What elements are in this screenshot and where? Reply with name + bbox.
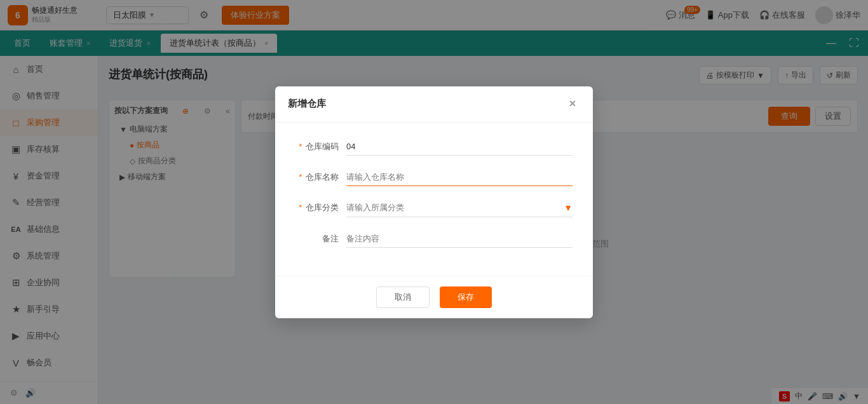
category-select[interactable]: ▼ [346, 199, 573, 217]
form-row-note: 备注 [295, 230, 573, 248]
note-label: 备注 [295, 233, 346, 245]
code-required-star: * [299, 142, 302, 151]
add-warehouse-modal: 新增仓库 × * 仓库编码 * 仓库名称 [275, 86, 593, 318]
name-input[interactable] [346, 168, 573, 186]
modal-header: 新增仓库 × [275, 86, 593, 123]
note-input[interactable] [346, 230, 573, 248]
name-required-star: * [299, 172, 302, 182]
name-label: * 仓库名称 [295, 172, 346, 183]
category-input[interactable] [346, 203, 564, 212]
form-row-code: * 仓库编码 [295, 138, 573, 156]
cancel-button[interactable]: 取消 [376, 286, 430, 308]
form-row-name: * 仓库名称 [295, 168, 573, 186]
category-arrow-icon: ▼ [564, 203, 573, 213]
modal-footer: 取消 保存 [275, 276, 593, 318]
code-input[interactable] [346, 138, 573, 156]
category-required-star: * [299, 203, 302, 212]
code-label: * 仓库编码 [295, 141, 346, 152]
save-button[interactable]: 保存 [440, 286, 492, 308]
modal-title: 新增仓库 [288, 98, 326, 110]
modal-overlay[interactable]: 新增仓库 × * 仓库编码 * 仓库名称 [0, 0, 868, 404]
form-row-category: * 仓库分类 ▼ [295, 199, 573, 217]
modal-body: * 仓库编码 * 仓库名称 * 仓库分类 [275, 123, 593, 276]
category-label: * 仓库分类 [295, 202, 346, 213]
modal-close-icon[interactable]: × [565, 97, 580, 112]
